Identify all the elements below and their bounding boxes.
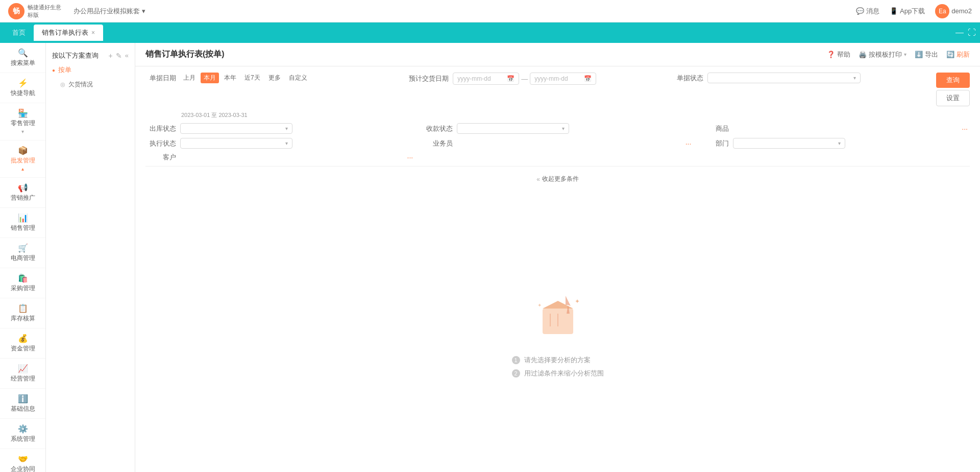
collapse-button[interactable]: « 收起更多条件	[532, 171, 583, 187]
add-plan-button[interactable]: +	[109, 52, 113, 60]
setting-button[interactable]: 设置	[936, 90, 970, 106]
sidebar-item-operation[interactable]: 📈 经营管理	[0, 359, 45, 389]
sidebar-item-finance[interactable]: 💰 资金管理	[0, 328, 45, 359]
search-icon: 🔍	[2, 48, 43, 58]
tab-sales-order[interactable]: 销售订单执行表 ×	[34, 25, 103, 41]
system-icon: ⚙️	[2, 424, 43, 434]
edit-plan-button[interactable]: ✎	[116, 52, 122, 60]
print-button[interactable]: 🖨️ 按模板打印 ▾	[859, 50, 906, 59]
finance-icon: 💰	[2, 334, 43, 343]
expected-date-to-input[interactable]: yyyy-mm-dd 📅	[530, 73, 596, 85]
purchase-icon: 🛍️	[2, 273, 43, 283]
app-download-button[interactable]: 📱 App下载	[890, 7, 925, 16]
customer-dots[interactable]: ···	[405, 153, 415, 161]
status-select[interactable]: ▾	[707, 73, 861, 83]
date-btn-more[interactable]: 更多	[265, 73, 284, 83]
plan-item-by-order[interactable]: ● 按单	[46, 62, 135, 78]
filter-expected-date-section: 预计交货日期 yyyy-mm-dd 📅 — yyyy-mm-dd 📅	[409, 73, 672, 85]
help-icon: ❓	[827, 51, 835, 58]
help-button[interactable]: ❓ 帮助	[827, 50, 850, 59]
goods-dots[interactable]: ···	[960, 125, 970, 133]
sidebar-item-purchase[interactable]: 🛍️ 采购管理	[0, 268, 45, 298]
sub-item-icon: ◎	[60, 81, 65, 88]
collect-select[interactable]: ▾	[457, 123, 569, 134]
tab-home[interactable]: 首页	[4, 25, 34, 41]
svg-text:✦: ✦	[537, 302, 542, 308]
status-label: 单据状态	[673, 74, 703, 83]
export-icon: ⬇️	[915, 51, 923, 58]
sidebar-item-ecommerce[interactable]: 🛒 电商管理	[0, 238, 45, 268]
tab-maximize-icon[interactable]: ⛶	[968, 28, 976, 37]
goods-label: 商品	[698, 124, 729, 133]
date-btn-7days[interactable]: 近7天	[241, 73, 263, 83]
empty-illustration: ✦ ✦	[530, 286, 586, 343]
page-title: 销售订单执行表(按单)	[145, 49, 225, 60]
sub-item-shortage[interactable]: ◎ 欠货情况	[46, 78, 135, 91]
expected-date-label: 预计交货日期	[409, 74, 449, 83]
user-area[interactable]: Ea demo2	[935, 4, 972, 18]
operation-icon: 📈	[2, 364, 43, 373]
logo-area: 畅 畅捷通好生意 标版	[8, 3, 61, 19]
avatar: Ea	[935, 4, 949, 18]
filter-goods: 商品 ···	[698, 124, 970, 133]
sidebar-item-inventory[interactable]: 📋 库存核算	[0, 298, 45, 328]
execute-dropdown-icon: ▾	[285, 140, 288, 146]
calendar-to-icon: 📅	[584, 75, 592, 82]
sidebar-item-retail[interactable]: 🏪 零售管理 ▾	[0, 103, 45, 140]
execute-label: 执行状态	[145, 139, 176, 148]
header-right: 💬 消息 📱 App下载 Ea demo2	[856, 4, 972, 18]
expected-date-from-input[interactable]: yyyy-mm-dd 📅	[453, 73, 519, 85]
out-stock-select[interactable]: ▾	[180, 123, 292, 134]
filter-collect: 收款状态 ▾	[422, 123, 699, 134]
collapse-up-icon: «	[536, 176, 540, 183]
out-stock-label: 出库状态	[145, 124, 176, 133]
wholesale-icon: 📦	[2, 146, 43, 155]
date-quick-buttons: 上月 本月 本年 近7天 更多 自定义	[180, 73, 310, 83]
tab-close-icon[interactable]: ×	[91, 29, 95, 36]
logo-text: 畅捷通好生意 标版	[28, 4, 61, 18]
sidebar-item-sales[interactable]: 📊 销售管理	[0, 208, 45, 238]
sidebar-item-enterprise[interactable]: 🤝 企业协同	[0, 449, 45, 472]
svg-text:✦: ✦	[575, 298, 580, 305]
dept-select[interactable]: ▾	[733, 138, 845, 149]
sidebar-item-system[interactable]: ⚙️ 系统管理	[0, 419, 45, 449]
retail-arrow-icon: ▾	[21, 129, 24, 134]
collect-dropdown-icon: ▾	[562, 126, 565, 131]
collapse-btn-label: 收起更多条件	[542, 175, 579, 183]
refresh-button[interactable]: 🔄 刷新	[946, 50, 970, 59]
wholesale-arrow-icon: ▴	[21, 166, 24, 172]
message-icon: 💬	[856, 7, 864, 15]
date-label: 单据日期	[145, 74, 176, 83]
breadcrumb[interactable]: 办公用品行业模拟账套 ▾	[74, 7, 145, 16]
filter-row-4: 客户 ···	[145, 153, 970, 162]
message-button[interactable]: 💬 消息	[856, 7, 879, 16]
filter-execute: 执行状态 ▾	[145, 138, 422, 149]
filter-status-section: 单据状态 ▾	[673, 73, 936, 83]
sidebar-item-quick-nav[interactable]: ⚡ 快捷导航	[0, 73, 45, 103]
empty-svg: ✦ ✦	[530, 286, 586, 342]
tab-minimize-icon[interactable]: —	[955, 28, 964, 37]
date-btn-custom[interactable]: 自定义	[286, 73, 310, 83]
query-button[interactable]: 查询	[936, 73, 970, 88]
sidebar-item-basic-info[interactable]: ℹ️ 基础信息	[0, 389, 45, 419]
export-button[interactable]: ⬇️ 导出	[915, 50, 938, 59]
collect-label: 收款状态	[422, 124, 453, 133]
sidebar-item-search[interactable]: 🔍 搜索菜单	[0, 43, 45, 73]
query-setting-section: 查询 设置	[936, 73, 970, 106]
left-panel-header: 按以下方案查询 + ✎ «	[46, 48, 135, 62]
inventory-icon: 📋	[2, 303, 43, 313]
left-panel-title: 按以下方案查询	[52, 51, 99, 60]
left-panel: 按以下方案查询 + ✎ « ● 按单 ◎ 欠货情况	[46, 43, 135, 472]
execute-select[interactable]: ▾	[180, 138, 292, 149]
date-btn-this-month[interactable]: 本月	[201, 73, 219, 83]
date-btn-last-month[interactable]: 上月	[180, 73, 199, 83]
dept-dropdown-icon: ▾	[838, 140, 841, 146]
salesman-dots[interactable]: ···	[683, 139, 694, 148]
date-btn-this-year[interactable]: 本年	[221, 73, 239, 83]
collapse-panel-button[interactable]: «	[125, 52, 129, 60]
sidebar-item-marketing[interactable]: 📢 营销推广	[0, 178, 45, 208]
sidebar-item-wholesale[interactable]: 📦 批发管理 ▴	[0, 140, 45, 178]
page-header-actions: ❓ 帮助 🖨️ 按模板打印 ▾ ⬇️ 导出 🔄 刷新	[827, 50, 970, 59]
ecommerce-icon: 🛒	[2, 243, 43, 253]
refresh-icon: 🔄	[946, 51, 954, 58]
